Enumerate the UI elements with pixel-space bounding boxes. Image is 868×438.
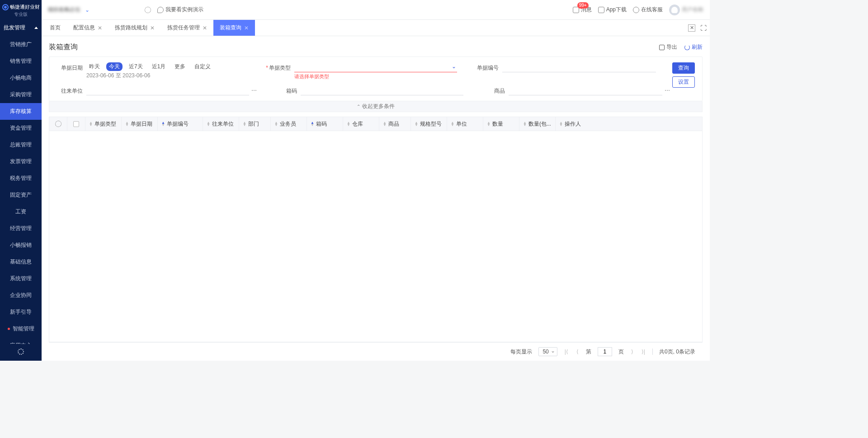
close-icon[interactable]: ✕ — [244, 25, 249, 31]
column-header[interactable]: ▲▼箱码 — [307, 117, 343, 131]
sort-icon: ▲▼ — [347, 122, 350, 126]
column-header[interactable]: ▲▼单据类型 — [85, 117, 122, 131]
query-button[interactable]: 查询 — [672, 62, 695, 74]
column-header[interactable]: ▲▼业务员 — [271, 117, 307, 131]
sidebar-section-wholesale[interactable]: 批发管理 — [0, 19, 42, 36]
sidebar-item[interactable]: 基础信息 — [0, 254, 42, 270]
sidebar-item[interactable]: 系统管理 — [0, 270, 42, 287]
column-header[interactable]: ▲▼操作人 — [556, 117, 592, 131]
sidebar-item-label: 库存核算 — [10, 108, 32, 115]
column-header[interactable]: ▲▼仓库 — [343, 117, 379, 131]
close-icon[interactable]: ✕ — [150, 25, 155, 31]
sidebar-item[interactable]: 发票管理 — [0, 153, 42, 170]
first-page-button[interactable]: |⟨ — [564, 349, 569, 355]
sort-icon: ▲▼ — [415, 122, 418, 126]
more-icon[interactable]: ⋯ — [251, 87, 256, 94]
export-button[interactable]: 导出 — [659, 43, 677, 51]
date-option[interactable]: 自定义 — [192, 62, 213, 71]
sidebar-item[interactable]: 库存核算 — [0, 103, 42, 120]
sort-icon: ▲▼ — [383, 122, 387, 126]
date-option[interactable]: 近7天 — [126, 62, 146, 71]
sidebar-item[interactable]: 总账管理 — [0, 137, 42, 153]
sidebar-item-label: 智能管理 — [13, 325, 34, 333]
sidebar-item[interactable]: 小畅电商 — [0, 70, 42, 86]
more-icon[interactable]: ⋯ — [665, 87, 670, 94]
per-page-select[interactable]: 50 — [538, 347, 557, 356]
sidebar-item[interactable]: 企业协同 — [0, 287, 42, 304]
tab[interactable]: 首页 — [43, 20, 67, 36]
close-icon[interactable]: ✕ — [203, 25, 207, 31]
collapse-filter-button[interactable]: ⌃收起更多条件 — [49, 101, 703, 112]
sidebar-item[interactable]: 应用中心 — [0, 337, 42, 344]
sidebar-item[interactable]: 小畅报销 — [0, 237, 42, 254]
user-name: 用户名称 — [682, 6, 703, 14]
main: 组织名称占位 ⌄ 我要看实例演示 99+ 消息 App下载 在线客服 — [42, 0, 710, 361]
column-header[interactable]: ▲▼规格型号 — [411, 117, 447, 131]
sidebar-item-label: 销售管理 — [10, 57, 32, 65]
fullscreen-button[interactable]: ⛶ — [700, 24, 707, 32]
sidebar-item[interactable]: 销售管理 — [0, 53, 42, 70]
column-header[interactable]: ▲▼单据编号 — [158, 117, 203, 131]
demo-link[interactable]: 我要看实例演示 — [157, 6, 203, 14]
goods-input[interactable] — [509, 85, 662, 95]
org-selector[interactable]: 组织名称占位 ⌄ — [48, 6, 138, 14]
tab[interactable]: 拣货任务管理✕ — [161, 20, 213, 36]
tab[interactable]: 装箱查询✕ — [213, 20, 255, 36]
prev-page-button[interactable]: ⟨ — [576, 349, 580, 355]
label-box: 箱码 — [264, 85, 297, 95]
sidebar-item[interactable]: 经营管理 — [0, 220, 42, 237]
download-label: App下载 — [606, 6, 627, 14]
column-header[interactable]: ▲▼部门 — [239, 117, 271, 131]
sidebar-item[interactable]: 税务管理 — [0, 170, 42, 187]
column-label: 仓库 — [352, 120, 363, 128]
column-settings-button[interactable] — [49, 117, 67, 131]
label-doc-code: 单据编号 — [472, 62, 499, 72]
topbar: 组织名称占位 ⌄ 我要看实例演示 99+ 消息 App下载 在线客服 — [42, 0, 710, 20]
date-option[interactable]: 近1月 — [149, 62, 169, 71]
sidebar-item[interactable]: 资金管理 — [0, 120, 42, 137]
column-header[interactable]: ▲▼单据日期 — [122, 117, 158, 131]
sidebar-item[interactable]: 营销推广 — [0, 36, 42, 53]
box-code-input[interactable] — [301, 85, 463, 95]
sidebar-item[interactable]: 智能管理 — [0, 320, 42, 337]
settings-icon[interactable] — [18, 349, 24, 355]
date-option[interactable]: 今天 — [106, 62, 123, 71]
tab[interactable]: 配置信息✕ — [67, 20, 108, 36]
user-menu[interactable]: 用户名称 — [669, 5, 703, 15]
tab[interactable]: 拣货路线规划✕ — [108, 20, 161, 36]
last-page-button[interactable]: ⟩| — [641, 349, 646, 355]
page-input[interactable] — [598, 347, 612, 356]
column-header[interactable]: ▲▼往来单位 — [203, 117, 239, 131]
sidebar-item-label: 固定资产 — [10, 191, 32, 199]
close-icon[interactable]: ✕ — [98, 25, 102, 31]
sort-icon: ▲▼ — [161, 122, 165, 126]
column-label: 规格型号 — [420, 120, 442, 128]
doc-code-input[interactable] — [502, 62, 656, 72]
sidebar-item[interactable]: 采购管理 — [0, 86, 42, 103]
partner-input[interactable] — [86, 85, 249, 95]
column-header[interactable]: ▲▼数量 — [483, 117, 519, 131]
sort-icon: ▲▼ — [243, 122, 246, 126]
date-option[interactable]: 更多 — [172, 62, 188, 71]
close-all-tabs-button[interactable]: ✕ — [688, 24, 695, 32]
app-download-button[interactable]: App下载 — [598, 6, 627, 14]
select-all-checkbox[interactable] — [67, 117, 85, 131]
filter-settings-button[interactable]: 设置 — [672, 76, 695, 88]
gear-icon[interactable] — [145, 7, 151, 13]
messages-button[interactable]: 99+ 消息 — [573, 6, 592, 14]
column-header[interactable]: ▲▼商品 — [379, 117, 411, 131]
column-header[interactable]: ▲▼数量(包... — [519, 117, 556, 131]
sort-icon: ▲▼ — [125, 122, 129, 126]
next-page-button[interactable]: ⟩ — [630, 349, 634, 355]
sidebar-item[interactable]: 新手引导 — [0, 304, 42, 320]
sidebar-item[interactable]: 工资 — [0, 203, 42, 220]
customer-service-button[interactable]: 在线客服 — [633, 6, 663, 14]
refresh-button[interactable]: 刷新 — [684, 43, 703, 51]
column-header[interactable]: ▲▼单位 — [447, 117, 483, 131]
sidebar-item[interactable]: 固定资产 — [0, 187, 42, 203]
date-option[interactable]: 昨天 — [86, 62, 103, 71]
sidebar-item-label: 企业协同 — [10, 292, 32, 299]
doc-type-select[interactable] — [294, 62, 457, 72]
sidebar-item-label: 发票管理 — [10, 158, 32, 165]
sidebar-item-label: 小畅电商 — [10, 74, 32, 82]
